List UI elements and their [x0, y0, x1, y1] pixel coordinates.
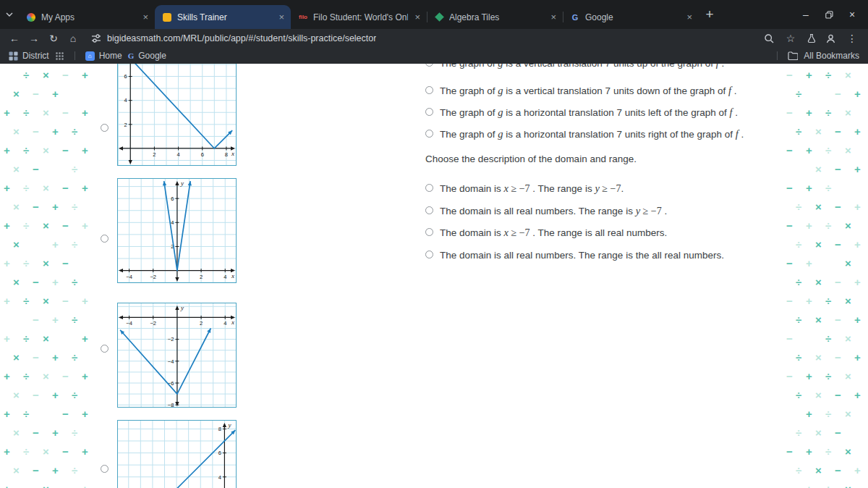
reload-button[interactable]: ↻ — [46, 33, 61, 43]
pattern-symbol: − — [786, 182, 793, 193]
pattern-symbol: − — [786, 371, 793, 382]
pattern-symbol: + — [854, 465, 861, 476]
bookmark-district[interactable]: District — [9, 51, 49, 61]
browser-tab[interactable]: My Apps× — [19, 5, 155, 29]
pattern-symbol: ÷ — [23, 70, 29, 80]
radio-graph-option-c[interactable] — [101, 345, 109, 353]
pattern-symbol: ÷ — [796, 465, 801, 476]
radio-graph-option-b[interactable] — [101, 235, 109, 243]
option-text: The domain is all real numbers. The rang… — [440, 205, 667, 217]
graph-option-c[interactable]: xy−4−224−2−4−6−8 — [117, 303, 237, 408]
tab-close-icon[interactable]: × — [413, 12, 422, 22]
radio-graph-option-d[interactable] — [101, 465, 109, 473]
pattern-symbol: ÷ — [796, 126, 801, 137]
tab-close-icon[interactable]: × — [277, 12, 286, 22]
pattern-symbol: × — [43, 258, 49, 269]
radio-button[interactable] — [425, 108, 433, 116]
pattern-symbol: × — [845, 70, 851, 80]
home-button[interactable]: ⌂ — [66, 33, 80, 43]
option-row-vertical-down[interactable]: The graph of g is a vertical translation… — [425, 85, 737, 97]
bookmarks-divider — [75, 51, 75, 60]
pattern-symbol: − — [786, 220, 793, 231]
bookmark-google[interactable]: G Google — [128, 51, 166, 61]
tab-search-icon[interactable] — [0, 12, 19, 17]
pattern-symbol: − — [33, 390, 39, 400]
back-button[interactable]: ← — [7, 33, 22, 43]
radio-button[interactable] — [425, 251, 433, 258]
folder-icon — [788, 51, 798, 60]
pattern-symbol: + — [854, 239, 861, 250]
graph-option-d[interactable]: xy−8−6−4−22468 — [117, 420, 237, 488]
pattern-symbol: ÷ — [23, 220, 29, 231]
pattern-symbol: ÷ — [825, 295, 831, 306]
address-bar[interactable]: bigideasmath.com/MRL/public/app/#/studen… — [91, 33, 759, 43]
pattern-symbol: × — [845, 220, 851, 231]
all-bookmarks-button[interactable]: All Bookmarks — [773, 51, 859, 61]
pattern-symbol: + — [854, 390, 861, 400]
pattern-symbol: + — [806, 107, 812, 118]
radio-button[interactable] — [425, 86, 433, 94]
option-row-horizontal-left[interactable]: The graph of g is a horizontal translati… — [425, 106, 738, 119]
pattern-symbol: − — [62, 220, 69, 231]
pattern-symbol: × — [815, 277, 822, 287]
svg-text:−4: −4 — [168, 358, 174, 365]
pattern-symbol: + — [4, 446, 10, 457]
tab-close-icon[interactable]: × — [141, 12, 150, 22]
graph-option-b[interactable]: xy−4−224246 — [117, 178, 237, 283]
pattern-symbol: − — [62, 145, 69, 156]
browser-tab[interactable]: GGoogle× — [563, 5, 699, 29]
pattern-symbol: − — [835, 277, 841, 287]
pattern-symbol: − — [62, 295, 69, 306]
pattern-symbol: ÷ — [23, 295, 29, 306]
site-info-icon[interactable] — [91, 33, 101, 43]
bookmark-home[interactable]: ⌂ Home — [85, 51, 122, 61]
graph-option-a[interactable]: x2468246 — [117, 64, 237, 166]
pattern-symbol: + — [52, 277, 59, 287]
kebab-menu-icon[interactable]: ⋮ — [845, 33, 859, 43]
pattern-symbol: + — [806, 258, 812, 269]
new-tab-button[interactable]: + — [699, 0, 720, 29]
svg-text:x: x — [231, 150, 234, 157]
pattern-symbol: ÷ — [72, 201, 77, 212]
radio-button[interactable] — [425, 228, 433, 236]
pattern-symbol: + — [806, 408, 812, 419]
pattern-symbol: + — [806, 145, 812, 156]
profile-icon[interactable] — [825, 33, 836, 44]
radio-button[interactable] — [425, 64, 433, 67]
option-row-domain-4[interactable]: The domain is all real numbers. The rang… — [425, 249, 724, 261]
pattern-symbol: − — [33, 314, 39, 325]
option-row-domain-2[interactable]: The domain is all real numbers. The rang… — [425, 205, 667, 217]
browser-tab[interactable]: filoFilo Student: World's Only Live× — [291, 5, 427, 29]
pattern-symbol: + — [82, 484, 88, 488]
tab-close-icon[interactable]: × — [549, 12, 558, 22]
pattern-symbol: × — [845, 484, 851, 488]
forward-button[interactable]: → — [27, 33, 41, 43]
radio-graph-option-a[interactable] — [101, 124, 109, 132]
labs-icon[interactable] — [807, 33, 817, 43]
pattern-symbol: ÷ — [825, 182, 831, 193]
zoom-icon[interactable] — [764, 33, 775, 44]
radio-button[interactable] — [425, 130, 433, 138]
pattern-symbol: ÷ — [72, 352, 77, 363]
graph-option-a-plot: x2468246 — [117, 64, 237, 166]
option-row-domain-1[interactable]: The domain is x ≥ −7 . The range is y ≥ … — [425, 182, 624, 195]
option-row-domain-3[interactable]: The domain is x ≥ −7 . The range is all … — [425, 227, 667, 239]
close-window-button[interactable]: × — [841, 9, 864, 20]
browser-tab[interactable]: Skills Trainer× — [155, 5, 291, 29]
browser-tab[interactable]: Algebra Tiles× — [427, 5, 563, 29]
pattern-symbol: + — [4, 371, 10, 382]
pattern-symbol: − — [835, 201, 841, 212]
tab-close-icon[interactable]: × — [685, 12, 694, 22]
pattern-symbol: − — [786, 70, 793, 80]
svg-text:−2: −2 — [150, 320, 156, 327]
radio-button[interactable] — [425, 206, 433, 214]
bookmark-star-icon[interactable]: ☆ — [783, 33, 798, 43]
option-row-horizontal-right[interactable]: The graph of g is a horizontal translati… — [425, 128, 744, 140]
pattern-symbol: − — [786, 446, 793, 457]
option-row-vertical-up[interactable]: The graph of g is a vertical translation… — [425, 64, 724, 70]
minimize-button[interactable]: – — [794, 9, 817, 20]
restore-window-button[interactable] — [817, 11, 841, 19]
pattern-symbol: ÷ — [23, 182, 29, 193]
apps-grid-icon[interactable] — [55, 51, 64, 61]
radio-button[interactable] — [425, 184, 433, 192]
